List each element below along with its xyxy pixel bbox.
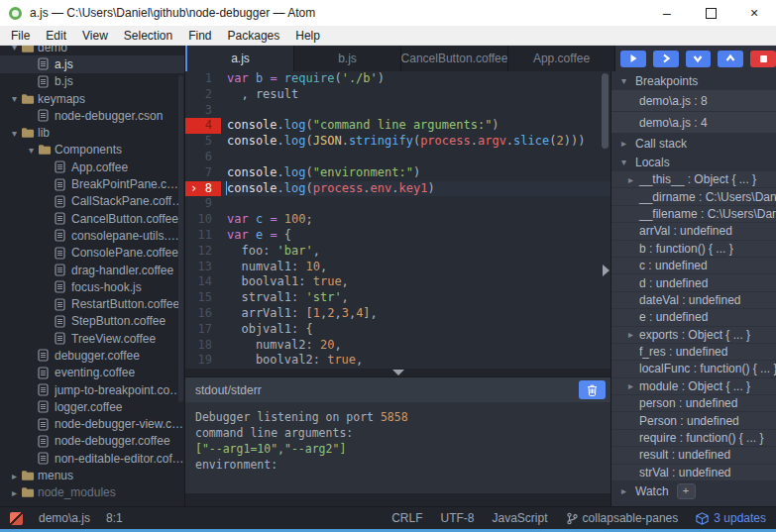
tree-scrollbar[interactable] — [178, 75, 183, 402]
code-line-10[interactable]: 10var c = 100; — [185, 212, 610, 228]
debug-stop-button[interactable] — [750, 51, 776, 67]
maximize-button[interactable] — [689, 0, 732, 26]
breakpoint-gutter[interactable]: 4 — [185, 118, 221, 134]
locals-item[interactable]: strVal : undefined — [611, 465, 776, 481]
locals-item[interactable]: result : undefined — [611, 447, 776, 464]
tree-item-node-debugger-cson[interactable]: node-debugger.cson — [0, 107, 184, 124]
code-line-17[interactable]: 17 objval1: { — [185, 322, 610, 338]
line-number-gutter[interactable]: 6 — [185, 150, 221, 165]
watch-add-button[interactable]: + — [677, 483, 696, 499]
tree-item-breakpointpane-coffee[interactable]: BreakPointPane.coffee — [0, 175, 184, 192]
locals-item[interactable]: ▸exports : Object { ... } — [611, 327, 776, 344]
pane-collapse-handle-right[interactable] — [603, 265, 610, 276]
code-line-11[interactable]: 11var e = { — [185, 228, 610, 244]
tree-item-focus-hook-js[interactable]: focus-hook.js — [0, 278, 184, 295]
tree-item-node-debugger-coffee[interactable]: node-debugger.coffee — [0, 433, 184, 450]
code-line-5[interactable]: 5console.log(JSON.stringify(process.argv… — [185, 134, 610, 150]
tree-item-non-editable-editor-coffee[interactable]: non-editable-editor.coffee — [0, 450, 184, 467]
status-file-path[interactable]: demo\a.js — [39, 511, 90, 525]
status-language[interactable]: JavaScript — [493, 511, 548, 525]
locals-item[interactable]: e : undefined — [611, 309, 776, 326]
locals-item[interactable]: d : undefined — [611, 274, 776, 291]
clear-console-button[interactable] — [579, 380, 606, 399]
breakpoint-gutter[interactable]: ›8 — [185, 181, 221, 197]
code-line-1[interactable]: 1var b = require('./b') — [185, 71, 610, 87]
line-number-gutter[interactable]: 9 — [185, 196, 221, 212]
line-number-gutter[interactable]: 7 — [185, 165, 221, 181]
line-number-gutter[interactable]: 10 — [185, 212, 221, 228]
pane-collapse-handle-bottom[interactable] — [185, 369, 610, 376]
status-updates[interactable]: 3 updates — [696, 511, 766, 525]
tree-item-eventing-coffee[interactable]: eventing.coffee — [0, 365, 184, 381]
tree-item-stepbutton-coffee[interactable]: StepButton.coffee — [0, 313, 184, 330]
editor-scrollbar[interactable] — [602, 73, 609, 149]
tree-item-drag-handler-coffee[interactable]: drag-handler.coffee — [0, 262, 184, 278]
tree-item-keymaps[interactable]: ▾keymaps — [0, 90, 184, 107]
code-line-7[interactable]: 7console.log("environment:") — [185, 165, 610, 181]
code-line-9[interactable]: 9 — [185, 196, 610, 212]
tree-item-jump-to-breakpoint-coffee[interactable]: jump-to-breakpoint.coffee — [0, 381, 184, 398]
tab-a-js[interactable]: a.js — [187, 46, 294, 71]
tab-cancelbutton-coffee[interactable]: CancelButton.coffee — [401, 46, 508, 71]
tree-item-debugger-coffee[interactable]: debugger.coffee — [0, 347, 184, 364]
breakpoints-item[interactable]: demo\a.js : 8 — [611, 90, 776, 111]
line-number-gutter[interactable]: 16 — [185, 306, 221, 322]
deprecation-icon[interactable] — [10, 512, 23, 525]
tree-item-menus[interactable]: ▸menus — [0, 467, 184, 483]
menu-selection[interactable]: Selection — [116, 29, 180, 43]
code-editor[interactable]: 1var b = require('./b')2 , result34conso… — [185, 71, 610, 369]
code-line-4[interactable]: 4console.log("command line arguments:") — [185, 118, 610, 134]
debug-continue-button[interactable] — [620, 51, 646, 67]
locals-item[interactable]: __dirname : C:\Users\Daniel\github — [611, 188, 776, 205]
menu-edit[interactable]: Edit — [38, 29, 74, 43]
section-header-breakpoints[interactable]: ▾Breakpoints — [611, 71, 776, 90]
code-line-19[interactable]: 19 boolval2: true, — [185, 353, 610, 369]
line-number-gutter[interactable]: 17 — [185, 322, 221, 338]
code-line-12[interactable]: 12 foo: 'bar', — [185, 244, 610, 260]
tree-item-demo[interactable]: ▾demo — [0, 46, 184, 55]
code-line-6[interactable]: 6 — [185, 150, 610, 165]
tree-item-callstackpane-coffee[interactable]: CallStackPane.coffee — [0, 193, 184, 210]
menu-find[interactable]: Find — [180, 29, 219, 43]
status-cursor-position[interactable]: 8:1 — [106, 511, 123, 525]
tree-item-treeview-coffee[interactable]: TreeView.coffee — [0, 330, 184, 347]
line-number-gutter[interactable]: 3 — [185, 103, 221, 119]
code-line-8[interactable]: ›8console.log(process.env.key1) — [185, 181, 610, 197]
debug-step-over-button[interactable] — [653, 51, 679, 67]
console-output[interactable]: Debugger listening on port 5858command l… — [185, 402, 610, 493]
locals-item[interactable]: localFunc : function() { ... } — [611, 361, 776, 377]
locals-item[interactable]: c : undefined — [611, 258, 776, 274]
line-number-gutter[interactable]: 15 — [185, 290, 221, 306]
debug-step-out-button[interactable] — [718, 51, 743, 67]
status-line-ending[interactable]: CRLF — [391, 511, 422, 525]
status-encoding[interactable]: UTF-8 — [441, 511, 475, 525]
tree-item-node-debugger-view-coffee[interactable]: node-debugger-view.coffee — [0, 416, 184, 433]
line-number-gutter[interactable]: 5 — [185, 134, 221, 150]
locals-item[interactable]: Person : undefined — [611, 412, 776, 429]
tree-item-logger-coffee[interactable]: logger.coffee — [0, 398, 184, 415]
code-line-15[interactable]: 15 strval1: 'str', — [185, 290, 610, 306]
code-line-16[interactable]: 16 arrVal1: [1,2,3,4], — [185, 306, 610, 322]
tree-item-node-modules[interactable]: ▸node_modules — [0, 484, 184, 501]
locals-item[interactable]: require : function() { ... } — [611, 430, 776, 447]
section-header-call-stack[interactable]: ▸Call stack — [611, 134, 776, 153]
debug-step-in-button[interactable] — [686, 51, 712, 67]
section-header-watch[interactable]: ▸Watch+ — [611, 481, 776, 500]
menu-packages[interactable]: Packages — [220, 29, 288, 43]
locals-item[interactable]: dateVal : undefined — [611, 292, 776, 309]
tree-item-restartbutton-coffee[interactable]: RestartButton.coffee — [0, 295, 184, 312]
tree-item-a-js[interactable]: a.js — [0, 55, 184, 72]
locals-item[interactable]: ▸module : Object { ... } — [611, 378, 776, 395]
locals-item[interactable]: f_res : undefined — [611, 344, 776, 361]
line-number-gutter[interactable]: 11 — [185, 228, 221, 244]
minimize-button[interactable]: – — [645, 0, 689, 26]
menu-help[interactable]: Help — [287, 29, 328, 43]
code-line-14[interactable]: 14 boolval1: true, — [185, 274, 610, 290]
section-header-locals[interactable]: ▾Locals — [611, 153, 776, 171]
code-line-13[interactable]: 13 numval1: 10, — [185, 260, 610, 275]
locals-item[interactable]: arrVal : undefined — [611, 223, 776, 240]
status-git-branch[interactable]: collapsable-panes — [566, 511, 679, 525]
close-button[interactable]: × — [732, 0, 776, 26]
code-line-3[interactable]: 3 — [185, 103, 610, 119]
menu-file[interactable]: File — [3, 29, 38, 43]
